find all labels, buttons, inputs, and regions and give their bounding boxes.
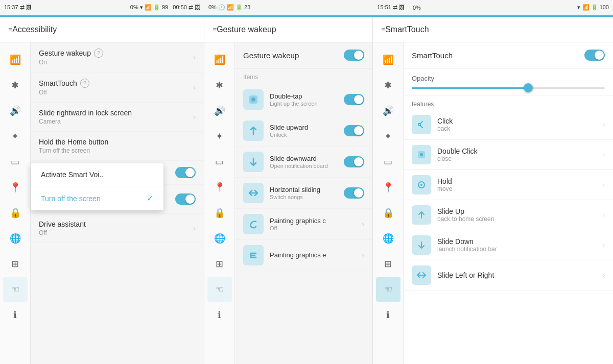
sidebar-info-icon[interactable]: ℹ xyxy=(3,303,28,327)
slide-up-toggle[interactable] xyxy=(344,125,364,136)
items-label: Items xyxy=(235,68,372,84)
opacity-slider-thumb[interactable] xyxy=(524,83,533,92)
svg-point-5 xyxy=(420,184,422,186)
slide-down-arrow: › xyxy=(603,241,605,249)
horizontal-gesture-icon xyxy=(243,183,264,203)
gesture-menu-icon: ≡ xyxy=(213,26,217,34)
speed-toggle-knob xyxy=(185,168,195,177)
slide-down-text: Slide downward Open notification board xyxy=(270,155,338,169)
opacity-slider-track[interactable] xyxy=(412,87,605,89)
sidebar3-location-icon[interactable]: 📍 xyxy=(376,175,400,200)
sidebar-bt-icon[interactable]: ✱ xyxy=(3,73,28,98)
sidebar2-brightness-icon[interactable]: ✦ xyxy=(207,124,232,149)
slide-up-feature-icon xyxy=(412,205,431,225)
feature-double-click[interactable]: Double Click close › xyxy=(404,140,613,170)
gesture-slide-up[interactable]: Slide upward Unlock xyxy=(235,115,372,147)
smarttouch-text: SmartTouch ? Off xyxy=(39,79,193,96)
slide-lr-text: Slide Left or Right xyxy=(437,271,597,279)
smarttouch-subtitle: Off xyxy=(39,89,193,96)
sidebar2-network-icon[interactable]: 🌐 xyxy=(207,226,232,251)
gesture-main-toggle[interactable] xyxy=(344,50,364,61)
slide-rightward-item[interactable]: Slide rightward in lock screen Camera › xyxy=(31,103,204,132)
sidebar-battery-icon[interactable]: ▭ xyxy=(3,150,28,174)
gesture-wakeup-title: Gesture wakeup ? xyxy=(39,48,193,58)
click-icon xyxy=(412,115,431,134)
opacity-section: Opacity xyxy=(404,68,613,95)
status-segment-3: 0% ▾ 📶 🔋 100 xyxy=(409,0,613,15)
sidebar-location-icon[interactable]: 📍 xyxy=(3,175,28,200)
gesture-horizontal[interactable]: Horizontal sliding Switch songs xyxy=(235,178,372,209)
features-label: features xyxy=(404,95,613,110)
gesture-paint-c[interactable]: Painting graphics c Off › xyxy=(235,209,372,240)
slide-up-toggle-knob xyxy=(354,126,363,135)
speed-toggle[interactable] xyxy=(175,167,196,178)
slide-down-feature-text: Slide Down launch notification bar xyxy=(437,237,597,253)
hold-home-item[interactable]: Hold the Home button Turn off the screen xyxy=(31,132,204,161)
sidebar3-wifi-icon[interactable]: 📶 xyxy=(376,47,400,72)
feature-click[interactable]: Click back › xyxy=(404,110,613,140)
full-screen-toggle[interactable] xyxy=(175,193,196,205)
gesture-paint-e[interactable]: Painting graphics e › xyxy=(235,240,372,271)
slide-down-toggle[interactable] xyxy=(344,156,364,167)
sidebar-volume-icon[interactable]: 🔊 xyxy=(3,99,28,123)
sidebar-wifi-icon[interactable]: 📶 xyxy=(3,47,28,72)
slide-rightward-text: Slide rightward in lock screen Camera xyxy=(39,109,193,125)
sidebar-apps-icon[interactable]: ⊞ xyxy=(3,252,28,276)
sidebar2-accessibility-icon[interactable]: ☜ xyxy=(207,277,232,302)
feature-hold[interactable]: Hold move › xyxy=(404,170,613,200)
sidebar3-info-icon[interactable]: ℹ xyxy=(376,303,400,327)
dropdown-menu[interactable]: Activate Smart Voi.. Turn off the screen… xyxy=(31,163,163,210)
sidebar2-bt-icon[interactable]: ✱ xyxy=(207,73,232,98)
sidebar3-volume-icon[interactable]: 🔊 xyxy=(376,99,400,123)
status-icons-3: ▾ 📶 🔋 100 xyxy=(577,4,609,11)
paint-e-title: Painting graphics e xyxy=(270,251,356,259)
gesture-double-tap[interactable]: Double-tap Light up the screen xyxy=(235,84,372,115)
sidebar3-brightness-icon[interactable]: ✦ xyxy=(376,124,400,149)
smarttouch-content: SmartTouch Opacity features xyxy=(404,42,613,364)
feature-slide-down[interactable]: Slide Down launch notification bar › xyxy=(404,230,613,260)
sidebar2-volume-icon[interactable]: 🔊 xyxy=(207,99,232,123)
accessibility-panel: ≡ Accessibility 📶 ✱ 🔊 ✦ ▭ 📍 🔒 🌐 ⊞ ☜ ℹ xyxy=(0,17,204,364)
sidebar-security-icon[interactable]: 🔒 xyxy=(3,201,28,225)
sidebar2-location-icon[interactable]: 📍 xyxy=(207,175,232,200)
smarttouch-item[interactable]: SmartTouch ? Off › xyxy=(31,72,204,103)
sidebar3-bt-icon[interactable]: ✱ xyxy=(376,73,400,98)
gesture-wakeup-help[interactable]: ? xyxy=(94,48,103,58)
feature-slide-lr[interactable]: Slide Left or Right › xyxy=(404,260,613,290)
sidebar2-apps-icon[interactable]: ⊞ xyxy=(207,252,232,276)
slide-up-text: Slide upward Unlock xyxy=(270,124,338,138)
sidebar3-network-icon[interactable]: 🌐 xyxy=(376,226,400,251)
paint-c-subtitle: Off xyxy=(270,225,356,231)
sidebar2-info-icon[interactable]: ℹ xyxy=(207,303,232,327)
sidebar-network-icon[interactable]: 🌐 xyxy=(3,226,28,251)
slide-up-title: Slide upward xyxy=(270,124,338,131)
sidebar3-apps-icon[interactable]: ⊞ xyxy=(376,252,400,276)
sidebar3-battery-icon[interactable]: ▭ xyxy=(376,150,400,174)
gesture-slide-down[interactable]: Slide downward Open notification board xyxy=(235,147,372,178)
chevron-icon-3: › xyxy=(193,113,196,121)
paint-c-icon xyxy=(243,214,264,234)
gesture-wakeup-panel: ≡ Gesture wakeup 📶 ✱ 🔊 ✦ ▭ 📍 🔒 🌐 ⊞ ☜ ℹ G… xyxy=(204,17,373,364)
smarttouch-help[interactable]: ? xyxy=(80,79,89,88)
smarttouch-toggle[interactable] xyxy=(584,50,605,61)
drive-assistant-text: Drive assistant Off xyxy=(39,220,193,236)
horizontal-toggle[interactable] xyxy=(344,187,364,199)
double-tap-title: Double-tap xyxy=(270,92,338,100)
sidebar2-wifi-icon[interactable]: 📶 xyxy=(207,47,232,72)
gesture-wakeup-item[interactable]: Gesture wakeup ? On › xyxy=(31,42,204,72)
sidebar2-security-icon[interactable]: 🔒 xyxy=(207,201,232,225)
dropdown-activate-smart[interactable]: Activate Smart Voi.. xyxy=(31,163,163,186)
double-tap-toggle[interactable] xyxy=(344,94,364,105)
smarttouch-toggle-row: SmartTouch xyxy=(404,42,613,68)
feature-slide-up[interactable]: Slide Up back to home screen › xyxy=(404,200,613,230)
sidebar-brightness-icon[interactable]: ✦ xyxy=(3,124,28,149)
sidebar3-accessibility-icon[interactable]: ☜ xyxy=(376,277,400,302)
sidebar3-security-icon[interactable]: 🔒 xyxy=(376,201,400,225)
drive-assistant-item[interactable]: Drive assistant Off › xyxy=(31,214,204,243)
paint-e-chevron: › xyxy=(362,251,364,259)
smarttouch-toggle-knob xyxy=(595,51,604,60)
dropdown-turn-off-screen[interactable]: Turn off the screen ✓ xyxy=(31,186,163,210)
sidebar-accessibility-icon[interactable]: ☜ xyxy=(3,277,28,302)
sidebar2-battery-icon[interactable]: ▭ xyxy=(207,150,232,174)
main-content: ≡ Accessibility 📶 ✱ 🔊 ✦ ▭ 📍 🔒 🌐 ⊞ ☜ ℹ xyxy=(0,17,613,364)
